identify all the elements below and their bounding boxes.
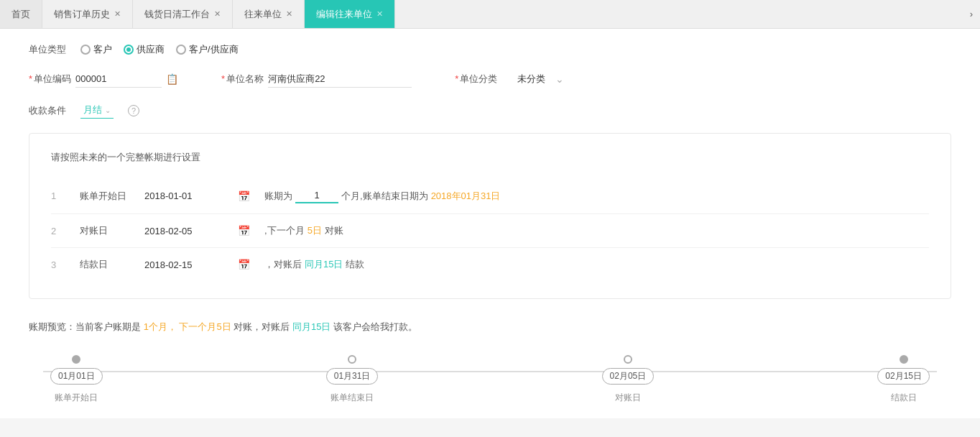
- name-input[interactable]: [268, 70, 412, 88]
- timeline-dot-2: [624, 355, 632, 364]
- step-date-2: 2018-02-05: [144, 226, 223, 236]
- timeline-dot-3: [900, 355, 908, 364]
- tab-sales-order[interactable]: 销售订单历史 ✕: [42, 0, 133, 28]
- timeline-label-2: 对账日: [615, 392, 641, 404]
- timeline-dot-0: [72, 355, 80, 364]
- copy-icon[interactable]: 📋: [166, 73, 178, 85]
- payment-value: 月结: [83, 104, 102, 116]
- code-label: *单位编码: [29, 73, 71, 86]
- name-field: *单位名称: [221, 70, 412, 88]
- step-num-2: 2: [51, 226, 65, 236]
- code-name-category-row: *单位编码 📋 *单位名称 *单位分类 未分类 ⌄: [29, 70, 951, 88]
- step2-highlight: 5日: [308, 224, 322, 237]
- calendar-icon-3[interactable]: 📅: [238, 259, 250, 270]
- main-content: 单位类型 客户 供应商 客户/供应商 *单位编码 📋 *单位名称: [0, 29, 980, 418]
- unit-type-radio-group: 客户 供应商 客户/供应商: [80, 43, 239, 56]
- step-num-3: 3: [51, 259, 65, 270]
- timeline-label-1: 账单结束日: [330, 392, 374, 404]
- radio-supplier-circle: [124, 45, 134, 55]
- calendar-icon-2[interactable]: 📅: [238, 225, 250, 236]
- timeline-label-0: 账单开始日: [55, 392, 98, 404]
- timeline-badge-0: 01月01日: [50, 368, 103, 385]
- close-tab-edit-partner[interactable]: ✕: [376, 9, 383, 19]
- category-label: *单位分类: [455, 73, 497, 86]
- chevron-down-icon: ⌄: [105, 106, 111, 114]
- radio-both[interactable]: 客户/供应商: [176, 43, 239, 56]
- category-field: *单位分类 未分类 ⌄: [455, 73, 564, 86]
- timeline: 01月01日 账单开始日 01月31日 账单结束日 02月05日 对账日 02月…: [29, 355, 951, 404]
- timeline-label-3: 结款日: [891, 392, 917, 404]
- card-hint: 请按照未来的一个完整帐期进行设置: [51, 151, 929, 164]
- step-desc-1: 账期为 个月,账单结束日期为 2018年01月31日: [264, 188, 500, 203]
- code-input[interactable]: [75, 70, 162, 88]
- unit-type-row: 单位类型 客户 供应商 客户/供应商: [29, 43, 951, 56]
- tab-scroll-arrow[interactable]: ›: [963, 0, 980, 28]
- radio-supplier[interactable]: 供应商: [124, 43, 165, 56]
- step-date-3: 2018-02-15: [144, 259, 223, 270]
- timeline-dot-1: [348, 355, 356, 364]
- step-date-1: 2018-01-01: [144, 190, 223, 201]
- payment-label: 收款条件: [29, 104, 66, 117]
- tab-cash-reconcile[interactable]: 钱货日清工作台 ✕: [133, 0, 233, 28]
- step-desc-3: ，对账后 同月15日 结款: [264, 258, 364, 271]
- step-desc-2: ,下一个月 5日 对账: [264, 224, 343, 237]
- timeline-node-1: 01月31日 账单结束日: [326, 355, 379, 404]
- preview-text: 账期预览：当前客户账期是 1个月， 下一个月5日 对账，对账后 同月15日 该客…: [29, 313, 951, 348]
- timeline-node-2: 02月05日 对账日: [602, 355, 655, 404]
- step-row-2: 2 对账日 2018-02-05 📅 ,下一个月 5日 对账: [51, 214, 929, 248]
- step-row-3: 3 结款日 2018-02-15 📅 ，对账后 同月15日 结款: [51, 248, 929, 281]
- preview-settle: 同月15日: [292, 321, 330, 332]
- radio-customer-circle: [80, 45, 91, 55]
- name-label: *单位名称: [221, 73, 264, 86]
- step-label-3: 结款日: [80, 258, 130, 271]
- step-num-1: 1: [51, 190, 65, 201]
- step3-highlight: 同月15日: [305, 258, 343, 271]
- payment-dropdown[interactable]: 月结 ⌄: [80, 102, 114, 119]
- close-tab-partner[interactable]: ✕: [286, 9, 292, 19]
- category-value: 未分类: [517, 73, 545, 86]
- timeline-badge-1: 01月31日: [326, 368, 379, 385]
- payment-row: 收款条件 月结 ⌄ ?: [29, 102, 951, 119]
- radio-customer[interactable]: 客户: [80, 43, 112, 56]
- period-input[interactable]: [295, 188, 338, 203]
- payment-settings-card: 请按照未来的一个完整帐期进行设置 1 账单开始日 2018-01-01 📅 账期…: [29, 133, 951, 299]
- timeline-node-0: 01月01日 账单开始日: [50, 355, 103, 404]
- radio-both-circle: [176, 45, 186, 55]
- timeline-node-3: 02月15日 结款日: [877, 355, 930, 404]
- category-dropdown-icon[interactable]: ⌄: [555, 73, 564, 85]
- step-row-1: 1 账单开始日 2018-01-01 📅 账期为 个月,账单结束日期为 2018…: [51, 178, 929, 214]
- code-field: *单位编码 📋: [29, 70, 178, 88]
- tab-bar: 首页 销售订单历史 ✕ 钱货日清工作台 ✕ 往来单位 ✕ 编辑往来单位 ✕ ›: [0, 0, 980, 29]
- period-end-date: 2018年01月31日: [431, 190, 501, 203]
- close-tab-cash-reconcile[interactable]: ✕: [214, 9, 221, 19]
- preview-next: 下一个月5日: [179, 321, 231, 332]
- tab-edit-partner[interactable]: 编辑往来单位 ✕: [305, 0, 395, 28]
- tab-partner[interactable]: 往来单位 ✕: [233, 0, 305, 28]
- unit-type-label: 单位类型: [29, 43, 66, 56]
- timeline-badge-3: 02月15日: [877, 368, 930, 385]
- close-tab-sales-order[interactable]: ✕: [114, 9, 121, 19]
- step-label-1: 账单开始日: [80, 190, 130, 203]
- calendar-icon-1[interactable]: 📅: [238, 190, 250, 202]
- timeline-items: 01月01日 账单开始日 01月31日 账单结束日 02月05日 对账日 02月…: [50, 355, 930, 404]
- timeline-badge-2: 02月05日: [602, 368, 655, 385]
- help-icon[interactable]: ?: [128, 105, 139, 116]
- tab-home[interactable]: 首页: [0, 0, 42, 28]
- step-label-2: 对账日: [80, 224, 130, 237]
- preview-period: 1个月，: [144, 321, 177, 332]
